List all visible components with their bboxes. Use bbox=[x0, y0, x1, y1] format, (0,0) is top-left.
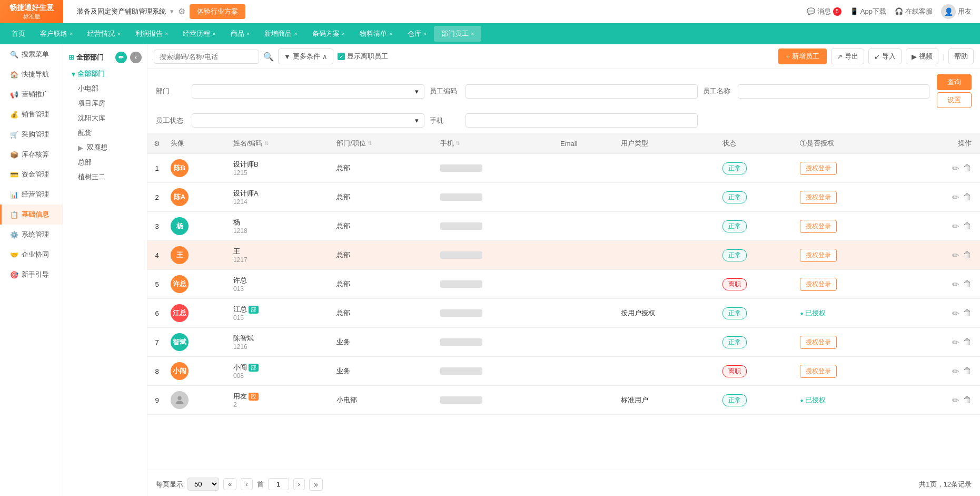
set-button[interactable]: 设置 bbox=[937, 92, 972, 108]
search-submit-icon[interactable]: 🔍 bbox=[263, 52, 274, 62]
add-employee-button[interactable]: + 新增员工 bbox=[778, 48, 826, 64]
delete-icon[interactable]: 🗑 bbox=[963, 279, 972, 289]
tab-close-dept-staff[interactable]: × bbox=[471, 31, 474, 37]
auth-login-btn[interactable]: 授权登录 bbox=[800, 249, 837, 262]
tab-close-barcode[interactable]: × bbox=[342, 31, 345, 37]
user-avatar[interactable]: 👤 用友 bbox=[941, 4, 972, 19]
th-settings[interactable]: ⚙ bbox=[147, 133, 166, 154]
edit-icon[interactable]: ✏ bbox=[952, 308, 959, 318]
tab-dept-staff[interactable]: 部门员工 × bbox=[434, 26, 481, 42]
tab-profit[interactable]: 利润报告 × bbox=[128, 26, 175, 42]
sidebar-item-business[interactable]: 📊 经营管理 bbox=[0, 184, 63, 205]
show-resigned-checkbox[interactable]: ✓ bbox=[338, 53, 345, 60]
row-auth[interactable]: 授权登录 bbox=[796, 357, 903, 386]
dept-item-peihuo[interactable]: 配货 bbox=[63, 125, 147, 140]
prev-page-btn[interactable]: ‹ bbox=[241, 478, 252, 490]
row-auth[interactable]: 授权登录 bbox=[796, 154, 903, 183]
sidebar-item-basic-info[interactable]: 📋 基础信息 bbox=[0, 205, 63, 225]
last-page-btn[interactable]: » bbox=[309, 478, 323, 491]
message-icon-btn[interactable]: 💬 消息 5 bbox=[807, 7, 842, 16]
delete-icon[interactable]: 🗑 bbox=[963, 395, 972, 405]
sidebar-search[interactable]: 🔍 搜索菜单 bbox=[0, 44, 63, 64]
tab-close-profit[interactable]: × bbox=[165, 31, 168, 37]
gear-icon[interactable]: ⚙ bbox=[178, 6, 185, 16]
sidebar-item-marketing[interactable]: 📢 营销推广 bbox=[0, 84, 63, 104]
edit-icon[interactable]: ✏ bbox=[952, 395, 959, 405]
help-button[interactable]: 帮助 bbox=[948, 48, 974, 64]
delete-icon[interactable]: 🗑 bbox=[963, 308, 972, 318]
edit-icon[interactable]: ✏ bbox=[952, 221, 959, 231]
auth-login-btn[interactable]: 授权登录 bbox=[800, 162, 837, 175]
row-auth[interactable]: 授权登录 bbox=[796, 270, 903, 299]
delete-icon[interactable]: 🗑 bbox=[963, 163, 972, 173]
tab-operation[interactable]: 经营情况 × bbox=[80, 26, 127, 42]
show-resigned-toggle[interactable]: ✓ 显示离职员工 bbox=[338, 52, 388, 61]
dept-item-zhishu[interactable]: 植树王二 bbox=[63, 170, 147, 184]
edit-icon[interactable]: ✏ bbox=[952, 163, 959, 173]
app-download-btn[interactable]: 📱 App下载 bbox=[850, 7, 886, 16]
tab-goods[interactable]: 商品 × bbox=[223, 26, 257, 42]
tab-close-warehouse[interactable]: × bbox=[423, 31, 427, 37]
tab-close-bom[interactable]: × bbox=[389, 31, 392, 37]
emp-code-input[interactable] bbox=[466, 84, 698, 99]
edit-icon[interactable]: ✏ bbox=[952, 192, 959, 202]
next-page-btn[interactable]: › bbox=[293, 478, 305, 490]
row-auth[interactable]: 授权登录 bbox=[796, 212, 903, 241]
dept-item-shuanglu[interactable]: ▶ 双鹿想 bbox=[63, 140, 147, 155]
import-button[interactable]: ↙ 导入 bbox=[868, 48, 902, 64]
sidebar-item-system[interactable]: ⚙️ 系统管理 bbox=[0, 225, 63, 245]
page-number-input[interactable] bbox=[268, 478, 289, 490]
tab-barcode[interactable]: 条码方案 × bbox=[305, 26, 352, 42]
delete-icon[interactable]: 🗑 bbox=[963, 221, 972, 231]
tab-history[interactable]: 经营历程 × bbox=[175, 26, 223, 42]
tab-customer[interactable]: 客户联络 × bbox=[33, 26, 80, 42]
sidebar-item-inventory[interactable]: 📦 库存核算 bbox=[0, 144, 63, 164]
first-page-btn[interactable]: « bbox=[223, 478, 236, 490]
tab-bom[interactable]: 物料清单 × bbox=[352, 26, 400, 42]
delete-icon[interactable]: 🗑 bbox=[963, 366, 972, 376]
trial-button[interactable]: 体验行业方案 bbox=[190, 4, 245, 19]
emp-status-select[interactable]: ▾ bbox=[192, 113, 424, 128]
sidebar-item-purchase[interactable]: 🛒 采购管理 bbox=[0, 124, 63, 144]
sidebar-item-sales[interactable]: 💰 销售管理 bbox=[0, 104, 63, 124]
delete-icon[interactable]: 🗑 bbox=[963, 250, 972, 260]
tab-close-goods[interactable]: × bbox=[246, 31, 250, 37]
query-button[interactable]: 查询 bbox=[937, 74, 972, 90]
system-title-arrow[interactable]: ▾ bbox=[170, 7, 174, 15]
tab-close-add-goods[interactable]: × bbox=[294, 31, 297, 37]
dept-item-xiaobu[interactable]: 小电部 bbox=[63, 81, 147, 96]
th-dept[interactable]: 部门/职位 ⇅ bbox=[332, 133, 435, 154]
th-phone[interactable]: 手机 ⇅ bbox=[436, 133, 556, 154]
search-input[interactable] bbox=[154, 50, 259, 64]
dept-item-kuhouse[interactable]: 项目库房 bbox=[63, 96, 147, 111]
sidebar-item-quick-nav[interactable]: 🏠 快捷导航 bbox=[0, 64, 63, 84]
tab-close-history[interactable]: × bbox=[212, 31, 215, 37]
tab-close-customer[interactable]: × bbox=[70, 31, 73, 37]
dept-item-shenyang[interactable]: 沈阳大库 bbox=[63, 111, 147, 125]
th-name[interactable]: 姓名/编码 ⇅ bbox=[229, 133, 332, 154]
sidebar-item-finance[interactable]: 💳 资金管理 bbox=[0, 164, 63, 184]
row-auth[interactable]: 授权登录 bbox=[796, 183, 903, 212]
dept-item-zongbu[interactable]: 总部 bbox=[63, 155, 147, 170]
auth-login-btn[interactable]: 授权登录 bbox=[800, 191, 837, 204]
tab-warehouse[interactable]: 仓库 × bbox=[400, 26, 434, 42]
auth-login-btn[interactable]: 授权登录 bbox=[800, 336, 837, 349]
sidebar-item-guide[interactable]: 🎯 新手引导 bbox=[0, 265, 63, 285]
tab-close-operation[interactable]: × bbox=[117, 31, 120, 37]
edit-icon[interactable]: ✏ bbox=[952, 250, 959, 260]
more-filters-btn[interactable]: ▼ 更多条件 ∧ bbox=[278, 48, 333, 64]
edit-icon[interactable]: ✏ bbox=[952, 337, 959, 347]
edit-icon[interactable]: ✏ bbox=[952, 366, 959, 376]
auth-login-btn[interactable]: 授权登录 bbox=[800, 278, 837, 291]
export-button[interactable]: ↗ 导出 bbox=[831, 48, 864, 64]
auth-login-btn[interactable]: 授权登录 bbox=[800, 220, 837, 233]
row-auth[interactable]: 授权登录 bbox=[796, 241, 903, 270]
auth-login-btn[interactable]: 授权登录 bbox=[800, 365, 837, 378]
dept-collapse-btn[interactable]: ‹ bbox=[130, 52, 142, 63]
dept-filter-select[interactable]: ▾ bbox=[192, 84, 424, 99]
view-button[interactable]: ▶ 视频 bbox=[906, 48, 938, 64]
tab-home[interactable]: 首页 bbox=[4, 26, 33, 42]
dept-item-all[interactable]: ▾ 全部部门 bbox=[63, 66, 147, 81]
online-service-btn[interactable]: 🎧 在线客服 bbox=[895, 7, 933, 16]
tab-add-goods[interactable]: 新增商品 × bbox=[257, 26, 304, 42]
